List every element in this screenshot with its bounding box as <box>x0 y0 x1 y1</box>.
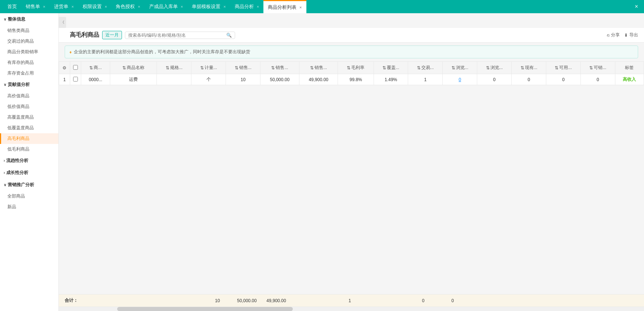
sidebar-item-in-stock-goods[interactable]: 有库存的商品 <box>0 57 58 68</box>
search-input[interactable] <box>128 33 226 38</box>
col-views1[interactable]: ⇅浏览... <box>443 62 477 74</box>
info-text: 企业的主要的利润都是这部分商品创造的，可考虑加大推广，同时关注库存是不要出现缺货 <box>74 49 250 55</box>
nav-tab-sales[interactable]: 销售单 × <box>21 0 50 13</box>
sidebar-section-growth[interactable]: › 成长性分析 <box>0 167 58 179</box>
sidebar-item-high-coverage[interactable]: 高覆盖度商品 <box>0 112 58 123</box>
col-tag[interactable]: 标签 <box>615 62 644 74</box>
table-wrapper: ⚙ ⇅商... ⇅商品名称 ⇅规格... ⇅计量... ⇅销售... ⇅销售..… <box>59 61 644 294</box>
sort-icon: ⇅ <box>235 65 238 70</box>
nav-tab-permission[interactable]: 权限设置 × <box>78 0 111 13</box>
col-stock-sellable[interactable]: ⇅可销... <box>580 62 615 74</box>
table-header-row: ⚙ ⇅商... ⇅商品名称 ⇅规格... ⇅计量... ⇅销售... ⇅销售..… <box>59 62 644 74</box>
gear-icon[interactable]: ⚙ <box>62 65 66 70</box>
sidebar: ∨ 整体信息 销售类商品 交易过的商品 商品分类助销率 有库存的商品 库存资金占… <box>0 13 59 311</box>
summary-sales-qty: 10 <box>203 298 232 303</box>
summary-stock-current: 0 <box>409 298 438 303</box>
close-icon[interactable]: × <box>223 4 226 9</box>
sidebar-item-low-value[interactable]: 低价值商品 <box>0 101 58 112</box>
sort-icon: ⇅ <box>271 65 275 70</box>
nav-tab-template[interactable]: 单据模板设置 × <box>187 0 230 13</box>
nav-tab-role[interactable]: 角色授权 × <box>111 0 144 13</box>
cell-code: 0000... <box>81 74 110 85</box>
sidebar-item-new-goods[interactable]: 新品 <box>0 202 58 212</box>
top-navigation: 首页 销售单 × 进货单 × 权限设置 × 角色授权 × 产成品入库单 × 单据… <box>0 0 644 13</box>
close-icon[interactable]: × <box>43 4 45 9</box>
cell-sales-amount: 50,000.00 <box>260 74 299 85</box>
close-icon[interactable]: × <box>299 5 302 10</box>
sort-icon: ⇅ <box>555 65 558 70</box>
search-icon[interactable]: 🔍 <box>226 33 232 38</box>
close-all-button[interactable]: × <box>632 3 641 10</box>
cell-checkbox[interactable] <box>70 74 81 85</box>
filter-period-button[interactable]: 近一月 <box>102 31 122 39</box>
close-icon[interactable]: × <box>71 4 73 9</box>
col-sales-cost[interactable]: ⇅销售... <box>299 62 338 74</box>
cell-stock-available: 0 <box>546 74 581 85</box>
sidebar-item-category-sales-rate[interactable]: 商品分类助销率 <box>0 47 58 57</box>
row-checkbox[interactable] <box>73 77 78 82</box>
close-icon[interactable]: × <box>181 4 183 9</box>
cell-stock-current: 0 <box>512 74 546 85</box>
sidebar-item-traded-goods[interactable]: 交易过的商品 <box>0 36 58 47</box>
export-icon: ⬇ <box>624 33 628 38</box>
sort-icon: ⇅ <box>122 65 126 70</box>
col-name[interactable]: ⇅商品名称 <box>110 62 157 74</box>
share-icon: ⎋ <box>607 33 609 38</box>
nav-tab-purchase[interactable]: 进货单 × <box>50 0 78 13</box>
close-icon[interactable]: × <box>138 4 140 9</box>
col-code[interactable]: ⇅商... <box>81 62 110 74</box>
sidebar-item-stock-capital[interactable]: 库存资金占用 <box>0 68 58 79</box>
nav-tab-home[interactable]: 首页 <box>3 0 21 13</box>
sort-icon: ⇅ <box>589 65 593 70</box>
summary-transactions: 1 <box>335 298 364 303</box>
col-views2[interactable]: ⇅浏览... <box>477 62 512 74</box>
col-gross-margin[interactable]: ⇅毛利率 <box>338 62 374 74</box>
horizontal-scrollbar[interactable] <box>59 307 644 311</box>
sort-icon: ⇅ <box>310 65 314 70</box>
cell-views1[interactable]: 0 <box>443 74 477 85</box>
cell-sales-cost: 49,900.00 <box>299 74 338 85</box>
sidebar-section-contribution[interactable]: ∨ 贡献值分析 <box>0 79 58 91</box>
chevron-down-icon: ∨ <box>4 183 6 187</box>
sidebar-section-trend[interactable]: › 流趋性分析 <box>0 155 58 167</box>
col-unit[interactable]: ⇅计量... <box>191 62 226 74</box>
cell-stock-sellable: 0 <box>580 74 615 85</box>
col-coverage[interactable]: ⇅覆盖... <box>374 62 408 74</box>
col-sales-amount[interactable]: ⇅销售... <box>260 62 299 74</box>
nav-tab-analysis-list[interactable]: 商品分析列表 × <box>263 0 306 13</box>
header-actions: ⎋ 分享 ⬇ 导出 <box>607 32 638 38</box>
sidebar-item-sales-goods[interactable]: 销售类商品 <box>0 25 58 36</box>
search-box: 🔍 <box>125 32 235 39</box>
col-spec[interactable]: ⇅规格... <box>157 62 191 74</box>
nav-tab-product-entry[interactable]: 产成品入库单 × <box>145 0 187 13</box>
sort-icon: ⇅ <box>451 65 455 70</box>
page-title: 高毛利商品 <box>70 31 99 39</box>
col-transactions[interactable]: ⇅交易... <box>408 62 443 74</box>
cell-gross-margin: 99.8% <box>338 74 374 85</box>
sidebar-item-high-value[interactable]: 高价值商品 <box>0 91 58 101</box>
sort-icon: ⇅ <box>417 65 421 70</box>
sidebar-item-high-margin[interactable]: 高毛利商品 <box>0 133 58 144</box>
col-sales-qty[interactable]: ⇅销售... <box>226 62 260 74</box>
select-all-checkbox[interactable] <box>73 65 78 70</box>
content-header: 高毛利商品 近一月 🔍 ⎋ 分享 ⬇ 导出 <box>59 28 644 43</box>
sidebar-item-all-goods[interactable]: 全部商品 <box>0 191 58 202</box>
sidebar-section-marketing[interactable]: ∨ 营销推广分析 <box>0 179 58 191</box>
main-layout: ∨ 整体信息 销售类商品 交易过的商品 商品分类助销率 有库存的商品 库存资金占… <box>0 13 644 311</box>
cell-transactions: 1 <box>408 74 443 85</box>
nav-tab-analysis[interactable]: 商品分析 × <box>230 0 263 13</box>
sidebar-section-overview[interactable]: ∨ 整体信息 <box>0 13 58 25</box>
sidebar-item-low-coverage[interactable]: 低覆盖度商品 <box>0 123 58 133</box>
sort-icon: ⇅ <box>486 65 490 70</box>
close-icon[interactable]: × <box>105 4 107 9</box>
close-icon[interactable]: × <box>257 4 259 9</box>
col-gear[interactable]: ⚙ <box>59 62 70 74</box>
col-stock-current[interactable]: ⇅现有... <box>512 62 546 74</box>
col-stock-available[interactable]: ⇅可用... <box>546 62 581 74</box>
sidebar-collapse-button[interactable]: 《 <box>59 17 66 28</box>
sort-icon: ⇅ <box>166 65 169 70</box>
sidebar-item-low-margin[interactable]: 低毛利商品 <box>0 144 58 155</box>
content-area: 《 高毛利商品 近一月 🔍 ⎋ 分享 ⬇ 导出 ♦ <box>59 13 644 311</box>
share-button[interactable]: ⎋ 分享 <box>607 32 620 38</box>
export-button[interactable]: ⬇ 导出 <box>624 32 638 38</box>
